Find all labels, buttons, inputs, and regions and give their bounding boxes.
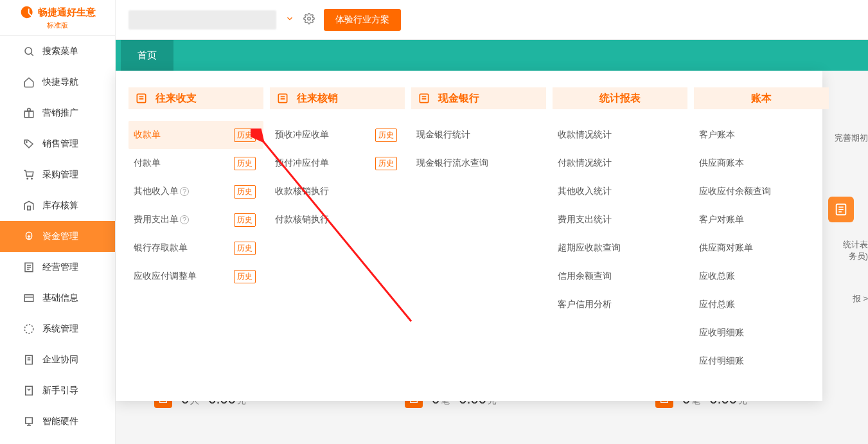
- mega-menu-item-label: 应收总账: [699, 271, 735, 282]
- mega-menu-item[interactable]: 费用支出单?历史: [128, 206, 263, 234]
- mega-menu-item[interactable]: 预收冲应收单历史: [270, 121, 405, 149]
- sidebar-item-sys[interactable]: 系统管理: [0, 314, 115, 344]
- sidebar-item-gift[interactable]: 营销推广: [0, 98, 115, 129]
- svg-point-0: [25, 48, 32, 55]
- mega-menu-item[interactable]: 银行存取款单历史: [128, 234, 263, 262]
- sidebar-item-guide[interactable]: 新手引导: [0, 375, 115, 406]
- svg-point-4: [27, 178, 28, 179]
- mega-menu-item[interactable]: 客户对账单: [694, 206, 829, 234]
- mega-menu-item-label: 应收应付余额查询: [699, 186, 771, 197]
- mega-menu-item-label: 信用余额查询: [558, 271, 612, 282]
- mega-menu-item-label: 客户账本: [699, 129, 735, 141]
- sidebar-item-sale[interactable]: 销售管理: [0, 129, 115, 159]
- mega-menu-item-label: 客户对账单: [699, 214, 744, 226]
- sidebar-item-label: 企业协同: [42, 354, 78, 366]
- mega-menu-item-label: 收款情况统计: [558, 129, 612, 141]
- mega-menu-item-label: 客户信用分析: [558, 299, 612, 310]
- mega-menu-item[interactable]: 收款情况统计: [553, 121, 687, 149]
- mega-menu-item-label: 应付总账: [699, 299, 735, 310]
- tab-home[interactable]: 首页: [121, 40, 173, 71]
- mega-menu-item-label: 付款情况统计: [558, 157, 612, 169]
- mega-menu-item[interactable]: 其他收入统计: [553, 177, 687, 206]
- mega-menu-item[interactable]: 应收总账: [694, 262, 829, 290]
- sidebar-item-label: 快捷导航: [42, 76, 78, 88]
- sidebar-item-label: 销售管理: [42, 138, 78, 150]
- mega-menu-item-label: 收款核销执行: [275, 186, 329, 197]
- mega-menu-item-label: 超期应收款查询: [558, 242, 621, 254]
- mega-column-header: 账本: [694, 87, 829, 109]
- mega-menu-item[interactable]: 付款单历史: [128, 149, 263, 177]
- mega-menu-item[interactable]: 现金银行统计: [411, 121, 546, 149]
- mega-menu-item-label: 其他收入单?: [134, 186, 189, 197]
- money-icon: [23, 231, 35, 242]
- sidebar-item-label: 采购管理: [42, 169, 78, 181]
- sidebar-item-hw[interactable]: 智能硬件: [0, 406, 115, 437]
- sidebar-item-ops[interactable]: 经营管理: [0, 252, 115, 283]
- mega-menu-item[interactable]: 付款核销执行: [270, 206, 405, 234]
- mega-menu-item[interactable]: 应收应付调整单历史: [128, 262, 263, 290]
- mega-column-header: 统计报表: [553, 87, 687, 109]
- history-tag[interactable]: 历史: [375, 157, 397, 170]
- mega-menu-item[interactable]: 超期应收款查询: [553, 234, 687, 262]
- mega-menu-item[interactable]: 应收明细账: [694, 319, 829, 347]
- history-tag[interactable]: 历史: [234, 242, 256, 255]
- sidebar-item-label: 库存核算: [42, 200, 78, 211]
- org-selector-blurred[interactable]: [128, 10, 276, 30]
- mega-menu: 往来收支收款单历史付款单历史其他收入单?历史费用支出单?历史银行存取款单历史应收…: [116, 71, 822, 401]
- mega-menu-item[interactable]: 预付冲应付单历史: [270, 149, 405, 177]
- sidebar-item-base[interactable]: 基础信息: [0, 283, 115, 314]
- mega-menu-item[interactable]: 费用支出统计: [553, 206, 687, 234]
- mega-menu-item[interactable]: 供应商账本: [694, 149, 829, 177]
- mega-menu-item[interactable]: 供应商对账单: [694, 234, 829, 262]
- history-tag[interactable]: 历史: [234, 270, 256, 283]
- history-tag[interactable]: 历史: [234, 185, 256, 199]
- mega-menu-item[interactable]: 应付明细账: [694, 347, 829, 375]
- right-fragment: 务员): [849, 251, 868, 262]
- home-icon: [23, 76, 35, 88]
- gear-icon[interactable]: [303, 13, 315, 26]
- brand-name: 畅捷通好生意: [38, 6, 96, 19]
- sidebar-item-label: 系统管理: [42, 323, 78, 335]
- mega-menu-item[interactable]: 客户信用分析: [553, 290, 687, 319]
- mega-menu-item[interactable]: 收款单历史: [128, 121, 263, 149]
- sidebar-item-label: 资金管理: [42, 231, 78, 242]
- history-tag[interactable]: 历史: [234, 213, 256, 227]
- mega-column: 往来核销预收冲应收单历史预付冲应付单历史收款核销执行付款核销执行: [270, 87, 405, 375]
- mega-menu-item[interactable]: 其他收入单?历史: [128, 177, 263, 206]
- mega-menu-item[interactable]: 客户账本: [694, 121, 829, 149]
- chevron-down-icon[interactable]: [285, 14, 294, 25]
- header: 体验行业方案: [116, 0, 868, 40]
- sidebar-item-label: 基础信息: [42, 292, 78, 304]
- mega-menu-item[interactable]: 应收应付余额查询: [694, 177, 829, 206]
- mega-menu-item-label: 费用支出统计: [558, 214, 612, 226]
- help-icon[interactable]: ?: [180, 187, 189, 196]
- sidebar-item-cart[interactable]: 采购管理: [0, 159, 115, 190]
- sidebar-item-stock[interactable]: 库存核算: [0, 190, 115, 221]
- mega-menu-item[interactable]: 收款核销执行: [270, 177, 405, 206]
- mega-menu-item-label: 应付明细账: [699, 355, 744, 367]
- history-tag[interactable]: 历史: [234, 157, 256, 170]
- history-tag[interactable]: 历史: [234, 129, 256, 142]
- mega-menu-item[interactable]: 信用余额查询: [553, 262, 687, 290]
- doc-icon: [135, 92, 148, 105]
- sys-icon: [23, 323, 35, 335]
- sidebar-item-search[interactable]: 搜索菜单: [0, 36, 115, 67]
- team-icon: [23, 354, 35, 366]
- mega-menu-item[interactable]: 现金银行流水查询: [411, 149, 546, 177]
- report-icon-button[interactable]: [828, 197, 854, 222]
- sidebar-item-team[interactable]: 企业协同: [0, 344, 115, 375]
- base-icon: [23, 292, 35, 304]
- svg-point-5: [31, 178, 33, 179]
- mega-menu-item[interactable]: 付款情况统计: [553, 149, 687, 177]
- mega-menu-item-label: 其他收入统计: [558, 186, 612, 197]
- help-icon[interactable]: ?: [180, 215, 189, 224]
- mega-menu-item-label: 现金银行流水查询: [416, 157, 488, 169]
- right-fragment[interactable]: 报 >: [853, 293, 868, 305]
- mega-column-title: 往来收支: [155, 92, 197, 105]
- sidebar-item-home[interactable]: 快捷导航: [0, 67, 115, 98]
- history-tag[interactable]: 历史: [375, 129, 397, 142]
- mega-menu-item[interactable]: 应付总账: [694, 290, 829, 319]
- industry-plan-button[interactable]: 体验行业方案: [324, 9, 401, 31]
- sidebar-item-money[interactable]: 资金管理: [0, 221, 115, 252]
- sidebar-item-label: 经营管理: [42, 262, 78, 273]
